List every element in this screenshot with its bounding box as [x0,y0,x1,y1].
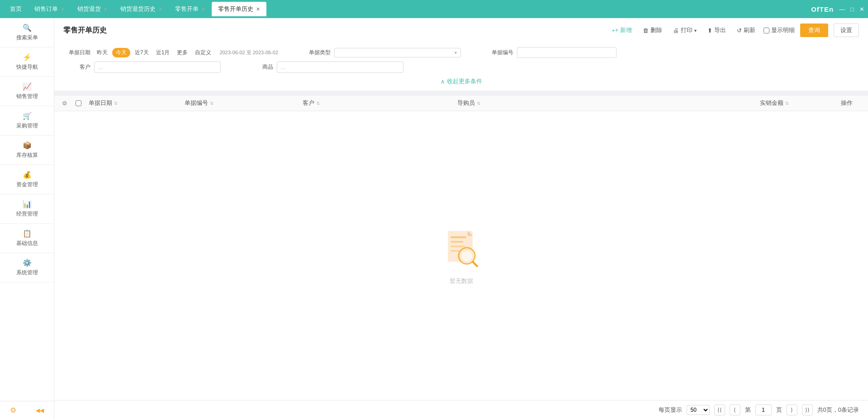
sidebar-item-quicknav[interactable]: ⚡ 快捷导航 [0,47,54,77]
collapse-up-icon: ∧ [441,78,445,85]
tab-retail-order[interactable]: 零售开单 ✕ [169,2,212,16]
table-select-all[interactable] [71,100,85,106]
last7days-button[interactable]: 近7天 [132,48,152,57]
docnum-input[interactable] [517,47,617,58]
purchase-icon: 🛒 [23,112,32,120]
tab-retail-order-history[interactable]: 零售开单历史 ✕ [212,2,266,16]
filter-customer-item: 客户 ... [63,61,221,73]
prev-page-button[interactable]: ⟨ [730,405,740,415]
sidebar-item-finance[interactable]: 💰 资金管理 [0,165,54,194]
collapse-sidebar-icon[interactable]: ◀◀ [36,407,44,414]
sidebar-item-search[interactable]: 🔍 搜索采单 [0,18,54,47]
last1month-button[interactable]: 近1月 [153,48,173,57]
print-dropdown-icon: ▾ [694,28,697,33]
new-icon: + [612,27,615,34]
system-icon: ⚙️ [23,259,32,267]
show-detail-input[interactable] [764,28,769,33]
window-minimize-icon[interactable]: — [839,6,845,13]
per-page-select[interactable]: 50 20 100 [687,405,710,415]
tab-retail-order-history-label: 零售开单历史 [218,5,253,13]
doctype-select[interactable]: ▾ [334,48,461,57]
th-action: 操作 [837,99,864,107]
filter-row-2: 客户 ... 商品 ... [63,61,859,73]
today-button[interactable]: 今天 [112,48,130,57]
yesterday-button[interactable]: 昨天 [94,48,110,57]
table-area: ⚙ 单据日期 ⇅ 单据编号 ⇅ 客户 ⇅ 导购员 ⇅ [54,95,868,419]
goods-dots-icon: ... [281,64,286,71]
sidebar-item-system-label: 系统管理 [16,269,38,277]
sidebar-item-inventory[interactable]: 📦 库存核算 [0,136,54,165]
custom-button[interactable]: 自定义 [192,48,214,57]
filter-area: 单据日期 昨天 今天 近7天 近1月 更多 自定义 2023-06-02 至 2… [63,42,859,91]
th-amount-label: 实销金额 [760,99,783,107]
close-tab-retail-order-history[interactable]: ✕ [256,6,260,12]
print-label: 打印 [681,26,693,34]
filter-customer-label: 客户 [63,63,90,71]
export-button[interactable]: ⬆ 导出 [705,24,729,36]
table-settings-icon[interactable]: ⚙ [58,100,71,107]
tab-sales-return-history-label: 销货退货历史 [120,5,156,13]
finance-icon: 💰 [23,170,32,179]
settings-bottom-icon[interactable]: ⚙ [10,406,16,414]
doctype-dropdown-icon: ▾ [455,50,457,55]
sidebar-item-basics[interactable]: 📋 基础信息 [0,224,54,253]
svg-rect-2 [451,241,463,243]
sidebar-item-system[interactable]: ⚙️ 系统管理 [0,253,54,282]
th-date-sort-icon: ⇅ [114,101,118,106]
th-date[interactable]: 单据日期 ⇅ [85,99,181,107]
svg-line-8 [473,262,477,266]
print-button[interactable]: 🖨 打印 ▾ [670,24,699,36]
window-close-icon[interactable]: ✕ [859,6,864,13]
date-range-display: 2023-06-02 至 2023-06-02 [219,49,278,56]
th-guide[interactable]: 导购员 ⇅ [454,99,535,107]
collapse-button[interactable]: ∧ 收起更多条件 [441,77,482,85]
sidebar-item-sales[interactable]: 📈 销售管理 [0,77,54,106]
tab-sales-order[interactable]: 销售订单 ✕ [28,2,71,16]
filter-doctype-item: 单据类型 ▾ [304,48,461,57]
th-docnum-sort-icon: ⇅ [210,101,213,106]
sidebar-item-operations[interactable]: 📊 经营管理 [0,194,54,224]
th-docnum-label: 单据编号 [185,99,208,107]
toolbar: + + 新增 🗑 删除 🖨 打印 ▾ ⬆ 导出 [609,24,859,37]
th-customer-sort-icon: ⇅ [316,101,320,106]
tab-home-label: 首页 [10,5,22,13]
window-maximize-icon[interactable]: □ [850,6,854,13]
close-tab-sales-return-history[interactable]: ✕ [158,6,162,12]
th-customer[interactable]: 客户 ⇅ [299,99,454,107]
customer-input[interactable]: ... [94,61,221,73]
first-page-button[interactable]: ⟨⟨ [714,405,725,415]
th-guide-sort-icon: ⇅ [477,101,480,106]
tab-sales-return[interactable]: 销货退货 ✕ [71,2,114,16]
delete-button[interactable]: 🗑 删除 [640,24,665,36]
sidebar: 🔍 搜索采单 ⚡ 快捷导航 📈 销售管理 🛒 采购管理 📦 库存核算 💰 资金管… [0,18,54,419]
empty-svg [439,226,484,272]
more-button[interactable]: 更多 [174,48,190,57]
close-tab-sales-order[interactable]: ✕ [61,6,65,12]
query-button[interactable]: 查询 [800,24,828,37]
filter-goods-label: 商品 [246,63,273,71]
close-tab-sales-return[interactable]: ✕ [104,6,108,12]
filter-doctype-label: 单据类型 [304,49,331,56]
page-label: 第 [745,406,751,414]
filter-date-buttons: 昨天 今天 近7天 近1月 更多 自定义 [94,48,214,57]
last-page-button[interactable]: ⟩⟩ [802,405,813,415]
goods-input[interactable]: ... [277,61,403,73]
show-detail-checkbox[interactable]: 显示明细 [764,26,795,34]
new-button[interactable]: + + 新增 [609,24,635,36]
sidebar-item-purchase[interactable]: 🛒 采购管理 [0,106,54,136]
show-detail-label: 显示明细 [771,26,795,34]
close-tab-retail-order[interactable]: ✕ [201,6,205,12]
print-icon: 🖨 [673,27,679,34]
current-page-input[interactable]: 1 [755,405,772,415]
setting-button[interactable]: 设置 [834,24,859,37]
th-amount[interactable]: 实销金额 ⇅ [756,99,837,107]
select-all-checkbox[interactable] [76,100,81,106]
next-page-button[interactable]: ⟩ [787,405,797,415]
th-docnum[interactable]: 单据编号 ⇅ [181,99,299,107]
tab-home[interactable]: 首页 [4,2,28,16]
tab-sales-return-history[interactable]: 销货退货历史 ✕ [114,2,169,16]
filter-date-item: 单据日期 昨天 今天 近7天 近1月 更多 自定义 2023-06-02 至 2… [63,48,278,57]
refresh-button[interactable]: ↺ 刷新 [734,24,758,36]
sidebar-item-finance-label: 资金管理 [16,181,38,188]
top-bar: 首页 销售订单 ✕ 销货退货 ✕ 销货退货历史 ✕ 零售开单 ✕ 零售开单历史 … [0,0,868,18]
